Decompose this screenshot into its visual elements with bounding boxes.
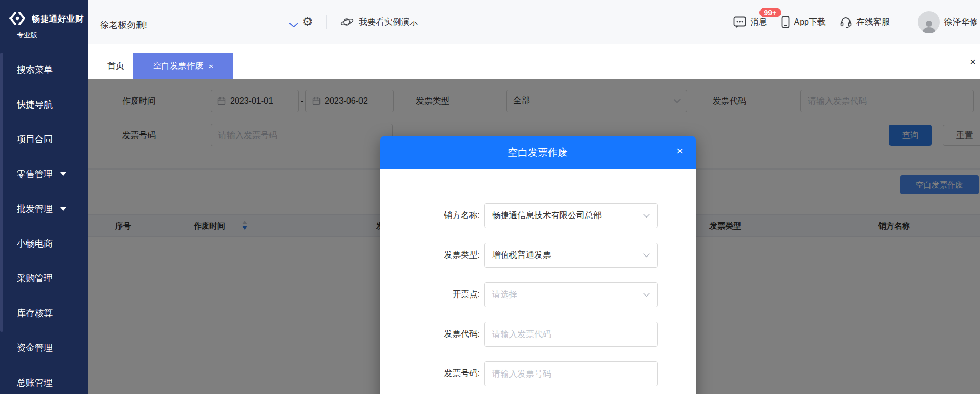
messages-badge: 99+ — [759, 8, 782, 17]
online-service-button[interactable]: 在线客服 — [839, 16, 890, 28]
tab-home[interactable]: 首页 — [100, 53, 132, 79]
divider — [326, 15, 327, 29]
sidebar-item-funds-mgmt[interactable]: 资金管理 — [0, 330, 88, 365]
dialog-body: 销方名称: 畅捷通信息技术有限公司总部 发票类型: 增值税普通发票 开票点: 请… — [380, 169, 696, 394]
app-window: 畅捷通好业财 专业版 搜索菜单 快捷导航 项目合同 零售管理 批发管理 小畅电商… — [0, 0, 980, 394]
chevron-down-icon — [643, 293, 650, 297]
invoice-code-label: 发票代码: — [380, 329, 480, 340]
invoice-type-label: 发票类型: — [380, 250, 480, 261]
dialog-title: 空白发票作废 — [508, 146, 568, 160]
invoice-number-input[interactable] — [484, 361, 658, 386]
tab-close-icon[interactable]: × — [209, 62, 214, 71]
sidebar-item-search-menu[interactable]: 搜索菜单 — [0, 52, 88, 87]
chevron-down-icon — [289, 23, 298, 28]
invoice-code-input[interactable] — [484, 322, 658, 347]
billing-point-select[interactable]: 请选择 — [484, 282, 658, 307]
messages-button[interactable]: 消息 99+ — [733, 16, 767, 28]
brand-block: 畅捷通好业财 专业版 — [0, 0, 88, 44]
chevron-down-icon — [643, 214, 650, 218]
close-icon[interactable]: × — [676, 145, 683, 157]
chevron-down-icon — [643, 253, 650, 258]
close-all-tabs-icon[interactable]: × — [969, 56, 976, 68]
sidebar-item-quick-nav[interactable]: 快捷导航 — [0, 87, 88, 122]
planet-icon — [340, 16, 354, 28]
account-name: 徐老板勿删! — [100, 19, 147, 31]
sidebar-menu: 搜索菜单 快捷导航 项目合同 零售管理 批发管理 小畅电商 采购管理 库存核算 … — [0, 52, 88, 394]
caret-down-icon — [60, 172, 66, 176]
sidebar-item-general-ledger[interactable]: 总账管理 — [0, 365, 88, 394]
account-switcher[interactable]: 徐老板勿删! — [100, 11, 298, 40]
divider — [904, 15, 904, 29]
sidebar-item-purchase-mgmt[interactable]: 采购管理 — [0, 261, 88, 296]
topbar: 徐老板勿删! ⚙ 我要看实例演示 — [88, 0, 980, 44]
sidebar-item-retail-mgmt[interactable]: 零售管理 — [0, 156, 88, 191]
sidebar-item-xiaochang-ecommerce[interactable]: 小畅电商 — [0, 226, 88, 261]
brand-logo-icon — [7, 8, 27, 28]
seller-name-label: 销方名称: — [380, 210, 480, 221]
brand-name: 畅捷通好业财 — [32, 14, 84, 25]
phone-icon — [781, 16, 790, 28]
message-bubble-icon — [733, 16, 746, 28]
demo-link[interactable]: 我要看实例演示 — [340, 0, 418, 44]
blank-invoice-void-dialog: 空白发票作废 × 销方名称: 畅捷通信息技术有限公司总部 发票类型: 增值税普通… — [380, 136, 696, 394]
avatar — [918, 11, 940, 33]
tab-blank-invoice-void[interactable]: 空白发票作废 × — [133, 53, 233, 79]
sidebar: 畅捷通好业财 专业版 搜索菜单 快捷导航 项目合同 零售管理 批发管理 小畅电商… — [0, 0, 88, 394]
invoice-number-label: 发票号码: — [380, 368, 480, 379]
dialog-header: 空白发票作废 × — [380, 136, 696, 169]
tab-bar: 首页 空白发票作废 × × — [88, 44, 980, 79]
brand-edition: 专业版 — [17, 31, 37, 40]
app-download-button[interactable]: App下载 — [781, 16, 826, 28]
user-menu[interactable]: 徐泽华修 — [918, 11, 978, 33]
seller-name-select[interactable]: 畅捷通信息技术有限公司总部 — [484, 203, 658, 228]
user-name: 徐泽华修 — [944, 17, 978, 28]
sidebar-item-inventory-accounting[interactable]: 库存核算 — [0, 296, 88, 330]
caret-down-icon — [60, 207, 66, 211]
billing-point-label: 开票点: — [380, 289, 480, 300]
invoice-type-select[interactable]: 增值税普通发票 — [484, 243, 658, 268]
sidebar-item-wholesale-mgmt[interactable]: 批发管理 — [0, 191, 88, 226]
headset-icon — [839, 16, 852, 28]
topbar-right: 消息 99+ App下载 — [719, 0, 978, 44]
gear-icon[interactable]: ⚙ — [302, 16, 313, 28]
sidebar-item-project-contract[interactable]: 项目合同 — [0, 122, 88, 156]
